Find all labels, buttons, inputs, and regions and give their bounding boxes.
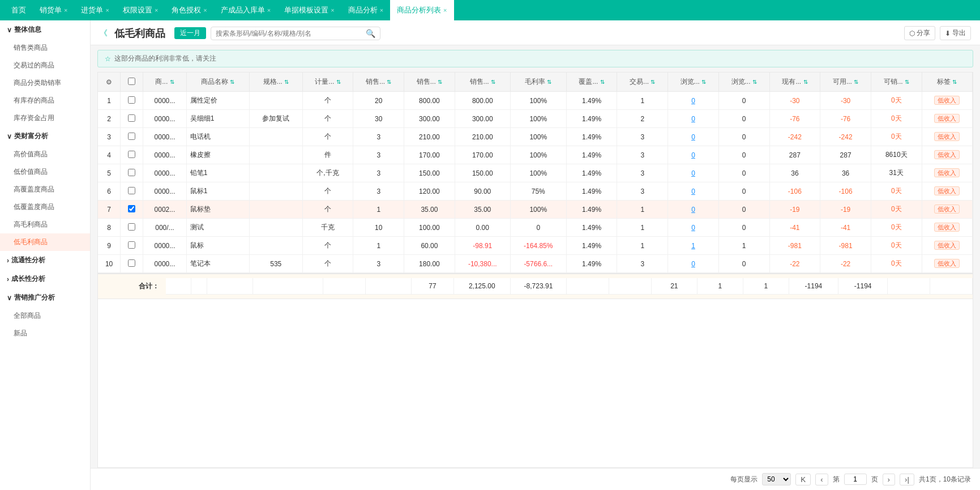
- row-checkbox[interactable]: [121, 110, 143, 128]
- row-name: 属性定价: [186, 92, 249, 110]
- sort-icon-amount: ⇅: [438, 79, 442, 85]
- nav-goods-analysis[interactable]: 商品分析 ×: [341, 0, 390, 20]
- page-size-select[interactable]: 50 100 200: [762, 473, 791, 485]
- col-name[interactable]: 商品名称 ⇅: [186, 73, 249, 92]
- sidebar-item-high-coverage[interactable]: 高覆盖度商品: [0, 181, 90, 198]
- row-views1[interactable]: 0: [668, 219, 719, 237]
- col-current-stock[interactable]: 现有... ⇅: [769, 73, 820, 92]
- time-filter-btn[interactable]: 近一月: [174, 27, 206, 39]
- nav-template[interactable]: 单据模板设置 ×: [277, 0, 341, 20]
- row-no: 1: [98, 92, 121, 110]
- row-views1[interactable]: 0: [668, 255, 719, 273]
- col-tag[interactable]: 标签 ⇅: [922, 73, 972, 92]
- row-checkbox[interactable]: [121, 92, 143, 110]
- nav-role-close[interactable]: ×: [203, 7, 207, 14]
- col-checkbox[interactable]: [121, 73, 143, 92]
- row-checkbox[interactable]: [121, 201, 143, 219]
- col-sales-profit[interactable]: 销售... ⇅: [455, 73, 510, 92]
- sidebar-item-stock-capital[interactable]: 库存资金占用: [0, 109, 90, 127]
- share-btn[interactable]: ⬡ 分享: [904, 26, 935, 40]
- nav-permission[interactable]: 权限设置 ×: [116, 0, 165, 20]
- col-trade-count[interactable]: 交易... ⇅: [617, 73, 668, 92]
- col-code[interactable]: 商... ⇅: [143, 73, 186, 92]
- row-checkbox[interactable]: [121, 182, 143, 201]
- nav-goods-analysis-list[interactable]: 商品分析列表 ×: [390, 0, 453, 20]
- nav-role[interactable]: 角色授权 ×: [165, 0, 213, 20]
- row-checkbox[interactable]: [121, 219, 143, 237]
- nav-product-in[interactable]: 产成品入库单 ×: [214, 0, 277, 20]
- page-input[interactable]: [844, 474, 867, 485]
- col-unit[interactable]: 计量... ⇅: [302, 73, 353, 92]
- content-header: 《 低毛利商品 近一月 🔍 ⬡ 分享 ⬇ 导出: [91, 20, 980, 45]
- nav-permission-close[interactable]: ×: [155, 7, 158, 14]
- sidebar-group-general[interactable]: ∨ 整体信息: [0, 20, 90, 39]
- sidebar-item-low-value[interactable]: 低价值商品: [0, 163, 90, 181]
- sidebar-item-high-value[interactable]: 高价值商品: [0, 146, 90, 163]
- row-sellable-days: 0天: [871, 201, 922, 219]
- col-views1[interactable]: 浏览... ⇅: [668, 73, 719, 92]
- nav-goods-analysis-list-close[interactable]: ×: [443, 7, 447, 14]
- col-gross-margin[interactable]: 毛利率 ⇅: [510, 73, 566, 92]
- row-no: 9: [98, 237, 121, 255]
- row-checkbox[interactable]: [121, 164, 143, 182]
- nav-goods-analysis-close[interactable]: ×: [380, 7, 383, 14]
- row-views1[interactable]: 0: [668, 182, 719, 201]
- header-right: ⬡ 分享 ⬇ 导出: [904, 26, 971, 40]
- nav-sales[interactable]: 销货单 ×: [33, 0, 74, 20]
- first-page-btn[interactable]: K: [795, 474, 811, 485]
- sidebar-item-sales-goods[interactable]: 销售类商品: [0, 39, 90, 57]
- row-sales-qty: 20: [353, 92, 404, 110]
- row-views1[interactable]: 0: [668, 92, 719, 110]
- row-checkbox[interactable]: [121, 146, 143, 164]
- select-all-checkbox[interactable]: [128, 78, 135, 85]
- data-table-wrapper[interactable]: ⚙ 商... ⇅ 商品名称 ⇅ 规格... ⇅ 计量... ⇅ 销售... ⇅ …: [97, 72, 973, 468]
- row-views1[interactable]: 0: [668, 201, 719, 219]
- sidebar-item-low-margin[interactable]: 低毛利商品: [0, 233, 90, 251]
- sidebar-item-category-rate[interactable]: 商品分类助销率: [0, 74, 90, 92]
- row-sellable-days: 8610天: [871, 146, 922, 164]
- col-sales-qty[interactable]: 销售... ⇅: [353, 73, 404, 92]
- last-page-btn[interactable]: ›|: [900, 474, 914, 485]
- sidebar-group-growth[interactable]: › 成长性分析: [0, 270, 90, 288]
- col-available-stock[interactable]: 可用... ⇅: [820, 73, 871, 92]
- sidebar-item-traded-goods[interactable]: 交易过的商品: [0, 57, 90, 74]
- row-views1[interactable]: 0: [668, 146, 719, 164]
- row-unit: 千克: [302, 219, 353, 237]
- col-sales-amount[interactable]: 销售... ⇅: [404, 73, 455, 92]
- row-views1[interactable]: 0: [668, 128, 719, 146]
- search-input[interactable]: [216, 29, 366, 37]
- sort-icon-code: ⇅: [170, 79, 174, 85]
- prev-page-btn[interactable]: ‹: [815, 474, 828, 485]
- sidebar-item-high-margin[interactable]: 高毛利商品: [0, 216, 90, 233]
- collapse-sidebar-btn[interactable]: 《: [100, 28, 108, 39]
- col-views2[interactable]: 浏览... ⇅: [718, 73, 769, 92]
- sidebar-group-marketing[interactable]: ∨ 营销推广分析: [0, 288, 90, 307]
- row-checkbox[interactable]: [121, 237, 143, 255]
- row-trade-count: 3: [617, 128, 668, 146]
- export-btn[interactable]: ⬇ 导出: [940, 26, 971, 40]
- sidebar-item-low-coverage[interactable]: 低覆盖度商品: [0, 198, 90, 216]
- nav-product-in-close[interactable]: ×: [267, 7, 271, 14]
- next-page-btn[interactable]: ›: [883, 474, 895, 485]
- sidebar-group-liquidity[interactable]: › 流通性分析: [0, 251, 90, 270]
- row-views1[interactable]: 0: [668, 164, 719, 182]
- sidebar-item-all-goods[interactable]: 全部商品: [0, 307, 90, 325]
- nav-sales-close[interactable]: ×: [64, 7, 67, 14]
- col-sellable-days[interactable]: 可销... ⇅: [871, 73, 922, 92]
- row-checkbox[interactable]: [121, 128, 143, 146]
- nav-purchase-close[interactable]: ×: [105, 7, 109, 14]
- search-icon[interactable]: 🔍: [366, 29, 375, 38]
- row-checkbox[interactable]: [121, 255, 143, 273]
- col-spec[interactable]: 规格... ⇅: [249, 73, 302, 92]
- nav-home[interactable]: 首页: [5, 0, 33, 20]
- sidebar-item-new-goods[interactable]: 新品: [0, 325, 90, 342]
- sidebar-item-stock-goods[interactable]: 有库存的商品: [0, 92, 90, 109]
- row-views1[interactable]: 0: [668, 110, 719, 128]
- col-coverage[interactable]: 覆盖... ⇅: [566, 73, 617, 92]
- nav-purchase[interactable]: 进货单 ×: [74, 0, 115, 20]
- nav-template-close[interactable]: ×: [331, 7, 334, 14]
- col-settings[interactable]: ⚙: [98, 73, 121, 92]
- sidebar-group-wealth[interactable]: ∨ 类财富分析: [0, 127, 90, 146]
- row-views2: 0: [718, 255, 769, 273]
- row-views1[interactable]: 1: [668, 237, 719, 255]
